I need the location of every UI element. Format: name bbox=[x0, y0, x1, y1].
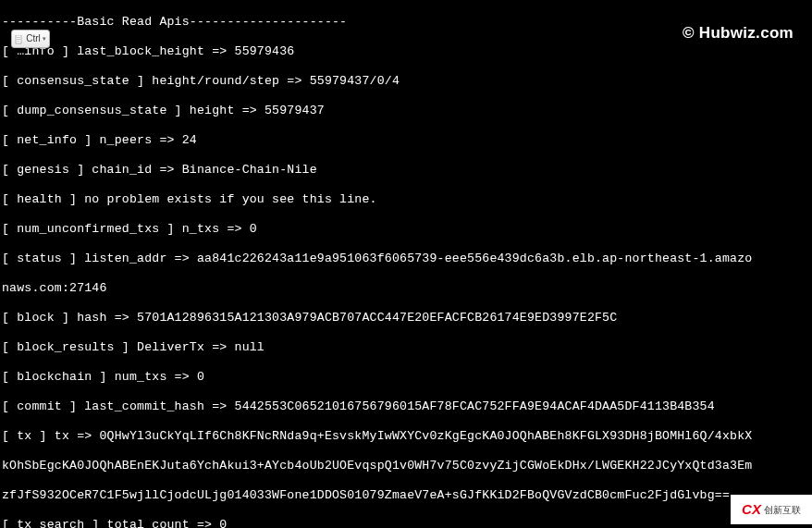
api-line-status: [ status ] listen_addr => aa841c226243a1… bbox=[2, 252, 810, 266]
api-line-tx-cont1: kOhSbEgcKA0JOQhABEnEKJuta6YchAkui3+AYcb4… bbox=[2, 459, 810, 473]
api-line-info: [ …info ] last_block_height => 55979436 bbox=[2, 44, 810, 59]
dropdown-icon: ▾ bbox=[43, 31, 46, 46]
api-line-blockchain: [ blockchain ] num_txs => 0 bbox=[2, 370, 810, 385]
api-line-dump-consensus-state: [ dump_consensus_state ] height => 55979… bbox=[2, 104, 810, 118]
svg-rect-1 bbox=[17, 37, 20, 38]
cx-logo-icon: CX bbox=[742, 504, 761, 515]
cx-text-label: 创新互联 bbox=[764, 505, 801, 515]
api-line-commit: [ commit ] last_commit_hash => 5442553C0… bbox=[2, 399, 810, 414]
document-icon bbox=[15, 34, 24, 43]
api-line-genesis: [ genesis ] chain_id => Binance-Chain-Ni… bbox=[2, 163, 810, 178]
api-line-block-results: [ block_results ] DeliverTx => null bbox=[2, 340, 810, 355]
watermark-cx: CX 创新互联 bbox=[731, 495, 812, 524]
ctrl-key-label: Ctrl bbox=[26, 31, 41, 46]
api-line-num-unconfirmed-txs: [ num_unconfirmed_txs ] n_txs => 0 bbox=[2, 222, 810, 237]
api-line-tx-search: [ tx_search ] total_count => 0 bbox=[2, 518, 810, 528]
svg-rect-2 bbox=[17, 39, 20, 40]
api-line-tx-cont2: zfJfS932OCeR7C1F5wjllCjodcULjg014033WFon… bbox=[2, 488, 810, 503]
ctrl-key-overlay[interactable]: Ctrl ▾ bbox=[11, 30, 50, 48]
api-line-health: [ health ] no problem exists if you see … bbox=[2, 192, 810, 207]
api-line-status-cont: naws.com:27146 bbox=[2, 281, 810, 296]
terminal-output: ----------Basic Read Apis---------------… bbox=[0, 0, 812, 528]
svg-rect-3 bbox=[17, 41, 19, 42]
api-line-net-info: [ net_info ] n_peers => 24 bbox=[2, 133, 810, 148]
watermark-hubwiz: © Hubwiz.com bbox=[683, 26, 794, 41]
api-line-consensus-state: [ consensus_state ] height/round/step =>… bbox=[2, 74, 810, 89]
api-line-block: [ block ] hash => 5701A12896315A121303A9… bbox=[2, 311, 810, 325]
api-line-tx: [ tx ] tx => 0QHwYl3uCkYqLIf6Ch8KFNcRNda… bbox=[2, 429, 810, 444]
